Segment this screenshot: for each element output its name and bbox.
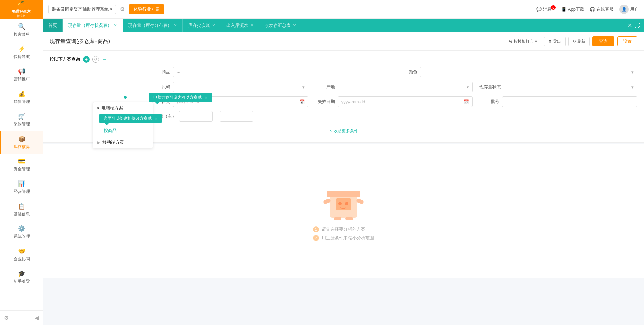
sales-icon: 💰: [18, 90, 25, 98]
color-selector[interactable]: ▾: [420, 67, 637, 77]
chevron-right-icon2: ▶: [97, 140, 100, 145]
expdate-placeholder: yyyy-mm-dd: [341, 99, 365, 104]
online-service-label: 在线客服: [596, 6, 614, 12]
batchno-input[interactable]: [502, 96, 637, 107]
origin-chevron: ▾: [467, 85, 469, 90]
scheme-tree-mobile[interactable]: ▶ 移动端方案: [93, 137, 153, 148]
tab-fullscreen-btn[interactable]: ⛶: [635, 22, 640, 29]
tab-inventory-dist-label: 现存量（库存分布表）: [128, 22, 172, 29]
sidebar-item-marketing-label: 营销推广: [14, 76, 30, 82]
basicinfo-icon: 📋: [18, 203, 25, 210]
filter-back-btn[interactable]: ←: [102, 56, 107, 62]
topbar-right: 💬 消息 6 📱 App下载 🎧 在线客服 👤 用户: [536, 5, 639, 14]
topbar: 装备及固定资产辅助管理系统 ▾ ⚙ 体验行业方案 💬 消息 6 📱 App下载 …: [43, 0, 644, 19]
tab-batch-close[interactable]: ✕: [212, 23, 215, 28]
sidebar-item-enterprise[interactable]: 🤝 企业协同: [0, 243, 43, 266]
template-print-btn[interactable]: 🖨 按模板打印 ▾: [504, 37, 541, 46]
tab-inventory-dist-close[interactable]: ✕: [174, 23, 177, 28]
filter-row-1: 商品 ··· 颜色 ▾: [150, 67, 637, 77]
scheme-tree-pc[interactable]: ▾ 电脑端方案: [93, 102, 153, 114]
tab-home[interactable]: 首页: [43, 19, 63, 32]
service-icon: 🎧: [590, 7, 595, 12]
tab-summary-close[interactable]: ✕: [293, 23, 296, 28]
qty-range-max[interactable]: [220, 111, 253, 122]
svg-rect-1: [327, 191, 360, 197]
system-selector[interactable]: 装备及固定资产辅助管理系统 ▾: [48, 5, 116, 14]
page-title: 现存量查询(按仓库+商品): [50, 38, 110, 45]
topbar-gear-btn[interactable]: ⚙: [120, 6, 125, 12]
filter-row-3: 生产日期 yyyy-mm-dd 📅 失效日期 yyyy-mm-dd 📅 批号: [150, 96, 637, 107]
online-service-btn[interactable]: 🎧 在线客服: [590, 6, 614, 12]
status-chevron: ▾: [631, 85, 634, 90]
tab-inventory-dist[interactable]: 现存量（库存分布表） ✕: [123, 19, 183, 32]
step2-num: 2: [313, 235, 319, 241]
scheme-popup-text: 电脑方案可设为移动方案哦: [153, 95, 202, 100]
operations-icon: 📊: [18, 180, 25, 187]
goods-selector[interactable]: ···: [173, 67, 390, 77]
search-button[interactable]: 查询: [592, 36, 614, 46]
sidebar-item-basicinfo[interactable]: 📋 基础信息: [0, 199, 43, 221]
tab-close-all-btn[interactable]: ✕: [628, 22, 632, 29]
sidebar-item-basicinfo-label: 基础信息: [14, 211, 30, 217]
scheme-popup-close[interactable]: ✕: [204, 95, 208, 100]
empty-svg: [320, 181, 367, 221]
sidebar-item-finance[interactable]: 💳 资金管理: [0, 154, 43, 176]
settings-footer-btn[interactable]: ⚙: [4, 315, 9, 321]
filter-add-btn[interactable]: +: [83, 56, 90, 63]
tooltip-close-btn[interactable]: ✕: [154, 116, 158, 121]
sidebar-item-marketing[interactable]: 📢 营销推广: [0, 64, 43, 86]
export-btn[interactable]: ⬆ 导出: [544, 37, 566, 46]
chevron-down-icon: ▾: [110, 7, 112, 12]
tab-inventory-status[interactable]: 现存量（库存状况表） ✕: [63, 19, 123, 32]
empty-step1: 1 请先选择要分析的方案: [313, 226, 365, 232]
user-avatar: 👤: [619, 5, 629, 14]
sidebar-item-finance-label: 资金管理: [14, 166, 30, 172]
step1-num: 1: [313, 226, 319, 232]
size-label: 尺码: [150, 84, 170, 90]
qty-range-min[interactable]: [179, 111, 213, 122]
sidebar-item-inventory[interactable]: 📦 库存核算: [0, 131, 43, 154]
tooltip-text: 这里可以创建和修改方案哦: [103, 116, 152, 121]
sidebar-item-search[interactable]: 🔍 搜索菜单: [0, 19, 43, 41]
export-icon: ⬆: [548, 39, 552, 44]
sidebar: 🍊 畅通好生意 标准版 🔍 搜索菜单 ⚡ 快捷导航 📢 营销推广 💰 销售管理 …: [0, 0, 43, 325]
print-icon: 🖨: [508, 39, 512, 44]
expdate-input[interactable]: yyyy-mm-dd 📅: [338, 96, 473, 107]
sidebar-item-system[interactable]: ⚙️ 系统管理: [0, 221, 43, 243]
messages-btn[interactable]: 💬 消息 6: [536, 6, 556, 12]
sidebar-item-quicknav[interactable]: ⚡ 快捷导航: [0, 41, 43, 64]
tab-flow-close[interactable]: ✕: [250, 23, 254, 28]
scheme-tree-by-goods[interactable]: 按商品: [100, 125, 153, 137]
empty-content-area: 1 请先选择要分析的方案 2 用过滤条件来缩小分析范围: [43, 144, 644, 278]
batchno-label: 批号: [479, 99, 499, 105]
sidebar-item-newguide[interactable]: 🎓 新手引导: [0, 266, 43, 288]
sidebar-item-sales[interactable]: 💰 销售管理: [0, 86, 43, 109]
sidebar-item-purchase-label: 采购管理: [14, 121, 30, 127]
purchase-icon: 🛒: [18, 113, 25, 120]
tab-summary[interactable]: 收发存汇总表 ✕: [259, 19, 302, 32]
size-selector[interactable]: ▾: [173, 82, 308, 92]
tab-inventory-status-close[interactable]: ✕: [114, 23, 117, 28]
filter-area: 按以下方案查询 + ↺ ← ▾ 电脑端方案 按仓库 按商品 ▶ 移动端方案: [43, 51, 644, 143]
industry-solution-button[interactable]: 体验行业方案: [129, 4, 164, 14]
svg-rect-8: [345, 217, 353, 220]
tab-inventory-status-label: 现存量（库存状况表）: [68, 22, 112, 29]
enterprise-icon: 🤝: [18, 248, 25, 255]
user-menu-btn[interactable]: 👤 用户: [619, 5, 639, 14]
app-download-btn[interactable]: 📱 App下载: [561, 6, 584, 12]
tab-batch[interactable]: 库存批次账 ✕: [183, 19, 221, 32]
refresh-btn[interactable]: ↻ 刷新: [568, 37, 590, 46]
quicknav-icon: ⚡: [18, 45, 25, 53]
sidebar-item-purchase[interactable]: 🛒 采购管理: [0, 109, 43, 131]
tab-flow[interactable]: 出入库流水 ✕: [221, 19, 259, 32]
sidebar-item-operations[interactable]: 📊 经营管理: [0, 176, 43, 199]
filter-rows-container: 商品 ··· 颜色 ▾ 尺码 ▾: [150, 67, 637, 122]
setting-button[interactable]: 设置: [617, 36, 637, 46]
status-selector[interactable]: ▾: [504, 82, 637, 92]
filter-reset-btn[interactable]: ↺: [92, 56, 99, 63]
expdate-label: 失效日期: [315, 99, 335, 105]
main-content: 现存量查询(按仓库+商品) 🖨 按模板打印 ▾ ⬆ 导出 ↻ 刷新 查询 设置 …: [43, 32, 644, 325]
origin-selector[interactable]: ▾: [338, 82, 473, 92]
collapse-sidebar-btn[interactable]: ◀: [35, 315, 39, 321]
goods-dots: ···: [177, 70, 180, 75]
